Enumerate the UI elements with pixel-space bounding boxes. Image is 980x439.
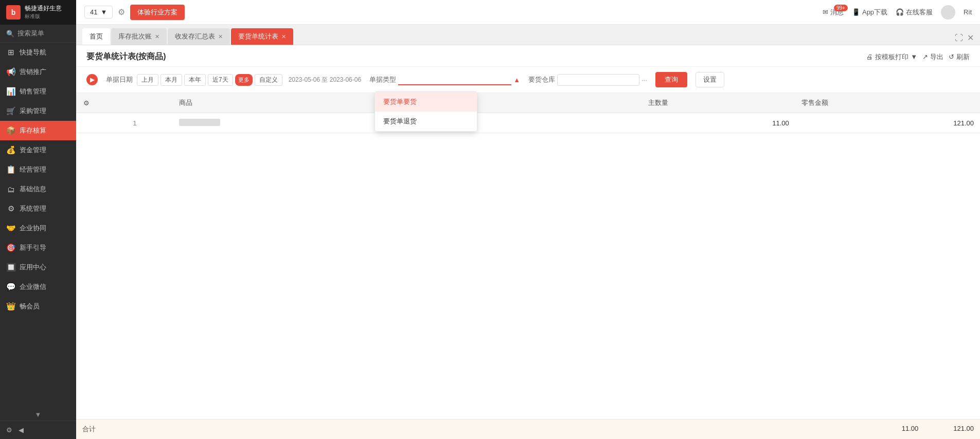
sidebar: b 畅捷通好生意 标准版 🔍 搜索菜单 ⊞ 快捷导航 📢 营销推广 📊 销售管理… [0, 0, 76, 439]
tab-receive-summary[interactable]: 收发存汇总表 ✕ [168, 28, 230, 45]
sidebar-item-inventory[interactable]: 📦 库存核算 [0, 121, 76, 140]
query-button[interactable]: 查询 [655, 72, 687, 87]
sidebar-item-guide[interactable]: 🎯 新手引导 [0, 238, 76, 258]
more-btn[interactable]: 更多 [235, 74, 253, 86]
footer-qty-spacer [127, 425, 867, 434]
chevron-up-icon[interactable]: ▲ [513, 76, 520, 84]
tab-inventory-batch[interactable]: 库存批次账 ✕ [111, 28, 167, 45]
dropdown-item-purchase-order[interactable]: 要货单要货 [375, 92, 477, 112]
doc-type-dropdown: 要货单要货 要货单退货 [375, 92, 477, 132]
company-selector[interactable]: 41 ▼ [84, 6, 113, 19]
data-table-wrap: ⚙ 商品 主计量单位 主数量 零售金额 1 块 11.00 [76, 93, 980, 419]
sidebar-item-member[interactable]: 👑 畅会员 [0, 297, 76, 316]
shortcut-icon: ⊞ [6, 48, 15, 57]
sidebar-bottom: ⚙ ◀ [0, 420, 76, 439]
collapse-icon[interactable]: ◀ [19, 426, 24, 434]
this-month-btn[interactable]: 本月 [161, 74, 182, 86]
warehouse-filter: 要货仓库 ··· [528, 74, 647, 86]
trial-button[interactable]: 体验行业方案 [130, 5, 185, 20]
tab-home-label: 首页 [90, 32, 103, 41]
sidebar-item-purchase[interactable]: 🛒 采购管理 [0, 101, 76, 121]
topbar-right: ✉ 消息 99+ 📱 App下载 🎧 在线客服 Rit [823, 5, 972, 20]
date-label: 单据日期 [106, 75, 133, 84]
online-service-btn[interactable]: 🎧 在线客服 [896, 8, 933, 17]
footer-amount: 121.00 [953, 425, 974, 434]
wechat-icon: 💬 [6, 282, 15, 291]
settings-icon[interactable]: ⚙ [6, 426, 12, 434]
sidebar-item-label: 销售管理 [20, 87, 46, 96]
sidebar-item-system[interactable]: ⚙ 系统管理 [0, 199, 76, 218]
close-icon[interactable]: ✕ [155, 33, 159, 40]
print-button[interactable]: 🖨 按模板打印 ▼ [866, 52, 917, 62]
td-no: 1 [97, 113, 173, 133]
doc-type-input[interactable] [398, 75, 511, 85]
apps-icon: 🔲 [6, 263, 15, 272]
sidebar-item-wechat[interactable]: 💬 企业微信 [0, 277, 76, 297]
user-name: Rit [964, 8, 972, 16]
chevron-down-icon: ▼ [911, 53, 917, 61]
topbar: 41 ▼ ⚙ 体验行业方案 ✉ 消息 99+ 📱 App下载 🎧 在线客服 Ri… [76, 0, 980, 25]
sidebar-item-label: 采购管理 [20, 106, 46, 116]
export-label: 导出 [930, 52, 943, 62]
dropdown-item-purchase-return[interactable]: 要货单退货 [375, 112, 477, 131]
th-amount: 零售金额 [795, 93, 980, 113]
th-settings[interactable]: ⚙ [76, 93, 97, 113]
service-icon: 🎧 [896, 8, 904, 16]
sidebar-item-cooperation[interactable]: 🤝 企业协同 [0, 218, 76, 238]
close-icon[interactable]: ✕ [218, 33, 223, 40]
message-icon: ✉ [823, 8, 828, 16]
sidebar-item-label: 系统管理 [20, 204, 46, 213]
sidebar-item-sales[interactable]: 📊 销售管理 [0, 82, 76, 101]
message-btn[interactable]: ✉ 消息 99+ [823, 8, 844, 17]
warehouse-label: 要货仓库 [528, 75, 555, 84]
warehouse-more-icon[interactable]: ··· [642, 76, 647, 84]
settings-button[interactable]: 设置 [696, 72, 724, 87]
doc-type-label: 单据类型 [369, 75, 396, 84]
table-footer: 合计 11.00 121.00 [76, 419, 980, 439]
sidebar-item-finance[interactable]: 💰 资金管理 [0, 140, 76, 160]
export-button[interactable]: ↗ 导出 [922, 52, 943, 62]
last-month-btn[interactable]: 上月 [137, 74, 158, 86]
close-icon[interactable]: ✕ [281, 33, 286, 40]
refresh-button[interactable]: ↺ 刷新 [949, 52, 970, 62]
chevron-down-icon: ▼ [100, 8, 107, 16]
this-year-btn[interactable]: 本年 [184, 74, 206, 86]
nav-list: ⊞ 快捷导航 📢 营销推广 📊 销售管理 🛒 采购管理 📦 库存核算 💰 资金管… [0, 43, 76, 409]
filter-expand-btn[interactable]: ▶ [86, 74, 98, 85]
expand-icon[interactable]: ⛶ [955, 33, 963, 43]
data-table: ⚙ 商品 主计量单位 主数量 零售金额 1 块 11.00 [76, 93, 980, 133]
topbar-settings-icon[interactable]: ⚙ [118, 7, 125, 17]
last-7days-btn[interactable]: 近7天 [208, 74, 233, 86]
sidebar-item-operation[interactable]: 📋 经营管理 [0, 160, 76, 179]
search-icon: 🔍 [6, 30, 14, 38]
sidebar-item-label: 快捷导航 [20, 48, 46, 57]
close-all-icon[interactable]: ✕ [967, 33, 974, 43]
sidebar-item-marketing[interactable]: 📢 营销推广 [0, 62, 76, 82]
scroll-down-btn[interactable]: ▼ [0, 409, 76, 420]
avatar[interactable] [941, 5, 955, 20]
sidebar-item-label: 营销推广 [20, 67, 46, 77]
operation-icon: 📋 [6, 165, 15, 174]
sales-icon: 📊 [6, 87, 15, 96]
sidebar-item-apps[interactable]: 🔲 应用中心 [0, 258, 76, 277]
goods-blurred [179, 119, 220, 126]
app-download-btn[interactable]: 📱 App下载 [852, 8, 887, 17]
sidebar-item-label: 资金管理 [20, 145, 46, 155]
td-qty: 11.00 [642, 113, 795, 133]
custom-btn[interactable]: 自定义 [255, 74, 282, 86]
search-menu[interactable]: 🔍 搜索菜单 [0, 25, 76, 43]
tab-order-summary[interactable]: 要货单统计表 ✕ [231, 28, 293, 45]
export-icon: ↗ [922, 53, 928, 61]
sidebar-item-label: 新手引导 [20, 243, 46, 252]
refresh-icon: ↺ [949, 53, 954, 61]
refresh-label: 刷新 [956, 52, 970, 62]
sidebar-item-basic[interactable]: 🗂 基础信息 [0, 179, 76, 199]
tab-home[interactable]: 首页 [82, 28, 110, 45]
search-label: 搜索菜单 [17, 29, 44, 38]
warehouse-input[interactable] [557, 74, 639, 86]
td-amount: 121.00 [795, 113, 980, 133]
sidebar-item-label: 基础信息 [20, 185, 46, 194]
finance-icon: 💰 [6, 145, 15, 155]
sidebar-item-shortcut[interactable]: ⊞ 快捷导航 [0, 43, 76, 62]
guide-icon: 🎯 [6, 243, 15, 252]
